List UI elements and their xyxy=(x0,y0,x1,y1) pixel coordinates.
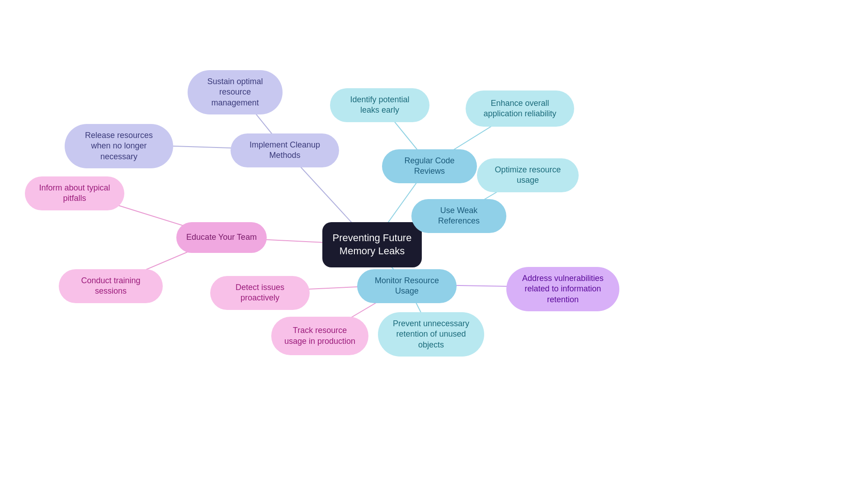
prevent-retention-node[interactable]: Prevent unnecessary retention of unused … xyxy=(378,312,484,357)
conduct-training-node[interactable]: Conduct training sessions xyxy=(59,269,163,303)
release-resources-node[interactable]: Release resources when no longer necessa… xyxy=(65,124,173,168)
inform-pitfalls-node[interactable]: Inform about typical pitfalls xyxy=(25,176,124,210)
sustain-optimal-node[interactable]: Sustain optimal resource management xyxy=(188,70,283,114)
monitor-resource-node[interactable]: Monitor Resource Usage xyxy=(357,269,457,303)
implement-cleanup-node[interactable]: Implement Cleanup Methods xyxy=(231,133,339,167)
detect-issues-node[interactable]: Detect issues proactively xyxy=(210,276,310,310)
address-vulnerabilities-node[interactable]: Address vulnerabilities related to infor… xyxy=(506,267,619,311)
use-weak-refs-node[interactable]: Use Weak References xyxy=(411,199,506,233)
optimize-resource-node[interactable]: Optimize resource usage xyxy=(477,158,579,192)
track-resource-node[interactable]: Track resource usage in production xyxy=(271,317,368,355)
identify-leaks-node[interactable]: Identify potential leaks early xyxy=(330,88,429,122)
enhance-reliability-node[interactable]: Enhance overall application reliability xyxy=(466,90,574,127)
educate-team-node[interactable]: Educate Your Team xyxy=(176,222,267,253)
regular-code-reviews-node[interactable]: Regular Code Reviews xyxy=(382,149,477,183)
center-node[interactable]: Preventing Future Memory Leaks xyxy=(322,222,422,267)
